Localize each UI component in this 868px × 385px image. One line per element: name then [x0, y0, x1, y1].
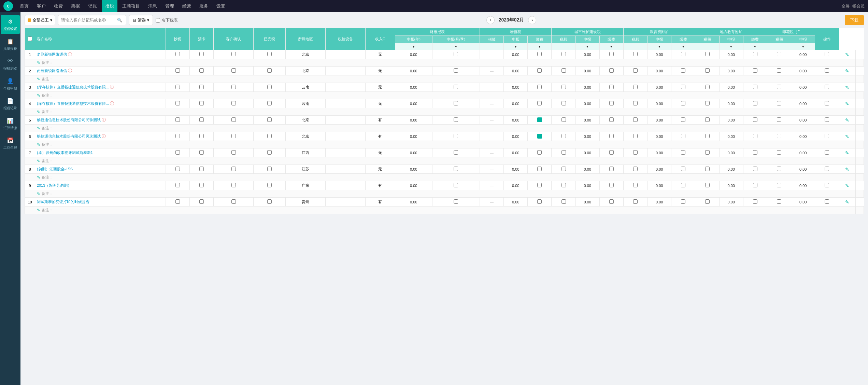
stamp-declare-checkbox[interactable] [825, 117, 829, 122]
local-edu-pay-checkbox[interactable] [777, 101, 781, 105]
row-qingka[interactable] [189, 181, 213, 190]
vat-pay-checkbox[interactable] [561, 85, 566, 89]
edit-icon[interactable]: ✎ [845, 167, 849, 172]
member-button[interactable]: 畅会员 [852, 3, 865, 9]
row-vat-declare[interactable] [528, 116, 552, 125]
sub2-finance-month-filter[interactable]: ▾ [432, 43, 480, 50]
row-edu-declare[interactable] [671, 165, 695, 174]
chaoshu-checkbox[interactable] [175, 167, 180, 171]
row-paid[interactable] [254, 148, 286, 157]
row-edu-declare[interactable] [671, 67, 695, 75]
row-stamp-declare[interactable] [815, 165, 839, 174]
edu-declare-checkbox[interactable] [681, 134, 685, 138]
confirm-checkbox[interactable] [231, 68, 236, 73]
paid-checkbox[interactable] [267, 150, 272, 155]
row-operation[interactable]: ✎ [839, 99, 856, 108]
row-local-edu-declare[interactable] [743, 198, 767, 206]
vat-pay-checkbox[interactable] [561, 183, 566, 187]
row-edu-pay[interactable] [695, 67, 719, 75]
row-local-edu-pay[interactable] [767, 181, 791, 190]
finance-year-checkbox[interactable] [454, 199, 458, 204]
row-local-edu-declare[interactable] [743, 50, 767, 59]
row-paid[interactable] [254, 83, 286, 92]
row-customer-name[interactable]: (原）误删勿改李艳牙测试斯泰新1 [35, 148, 166, 157]
sub2-city-pay-filter[interactable]: ▾ [599, 43, 623, 50]
local-edu-declare-checkbox[interactable] [753, 101, 757, 105]
chaoshu-checkbox[interactable] [175, 68, 180, 73]
edit-icon[interactable]: ✎ [845, 52, 849, 57]
row-stamp-declare[interactable] [815, 132, 839, 141]
local-edu-declare-checkbox[interactable] [753, 150, 757, 155]
row-local-edu-pay[interactable] [767, 116, 791, 125]
row-chaoshu[interactable] [166, 181, 189, 190]
row-city-pay[interactable] [623, 67, 647, 75]
paid-checkbox[interactable] [267, 85, 272, 89]
edit-icon[interactable]: ✎ [845, 101, 849, 106]
paid-checkbox[interactable] [267, 68, 272, 73]
row-local-edu-declare[interactable] [743, 165, 767, 174]
row-vat-checkbox[interactable] [537, 150, 542, 155]
row-finance-year[interactable] [432, 132, 480, 141]
prev-month-button[interactable]: ‹ [486, 16, 495, 24]
row-vat-declare[interactable] [528, 181, 552, 190]
row-vat-declare[interactable] [528, 165, 552, 174]
edu-pay-checkbox[interactable] [705, 167, 710, 171]
row-customer-name[interactable]: 勿删新锐网络通信 ⓘ [35, 50, 166, 59]
row-vat-pay[interactable] [552, 181, 575, 190]
confirm-checkbox[interactable] [231, 85, 236, 89]
local-edu-declare-checkbox[interactable] [753, 85, 757, 89]
row-chaoshu[interactable] [166, 116, 189, 125]
row-vat-checkbox[interactable] [537, 183, 542, 187]
row-stamp-declare[interactable] [815, 67, 839, 75]
finance-year-checkbox[interactable] [454, 150, 458, 155]
row-vat-declare[interactable] [528, 83, 552, 92]
row-local-edu-declare[interactable] [743, 83, 767, 92]
row-chaoshu[interactable] [166, 50, 189, 59]
note-edit-icon[interactable]: ✎ [37, 93, 40, 98]
edit-icon[interactable]: ✎ [845, 183, 849, 188]
local-edu-pay-checkbox[interactable] [777, 117, 781, 122]
city-declare-checkbox[interactable] [609, 167, 614, 171]
city-declare-checkbox[interactable] [609, 183, 614, 187]
row-city-declare[interactable] [599, 132, 623, 141]
row-vat-pay[interactable] [552, 198, 575, 206]
vat-checked-icon[interactable] [537, 134, 542, 139]
row-city-pay[interactable] [623, 99, 647, 108]
note-cell[interactable]: ✎ 备注： [35, 108, 856, 116]
qingka-checkbox[interactable] [199, 101, 204, 105]
note-edit-icon[interactable]: ✎ [37, 60, 40, 65]
local-edu-pay-checkbox[interactable] [777, 150, 781, 155]
row-edu-declare[interactable] [671, 50, 695, 59]
sub2-edu-declare-filter[interactable]: ▾ [648, 43, 671, 50]
chaoshu-checkbox[interactable] [175, 85, 180, 89]
row-edu-pay[interactable] [695, 50, 719, 59]
qingka-checkbox[interactable] [199, 199, 204, 204]
confirm-checkbox[interactable] [231, 150, 236, 155]
row-paid[interactable] [254, 116, 286, 125]
city-declare-checkbox[interactable] [609, 85, 614, 89]
sub2-local-edu-declare-filter[interactable]: ▾ [719, 43, 743, 50]
stamp-declare-checkbox[interactable] [825, 134, 829, 138]
row-vat-declare[interactable] [528, 132, 552, 141]
row-customer-name[interactable]: 畅捷通信息技术股份有限公司民珠测试 ⓘ [35, 116, 166, 125]
fullscreen-button[interactable]: 全屏 [841, 3, 850, 9]
edit-icon[interactable]: ✎ [845, 199, 849, 205]
row-qingka[interactable] [189, 165, 213, 174]
local-edu-declare-checkbox[interactable] [753, 52, 757, 56]
row-qingka[interactable] [189, 83, 213, 92]
nav-tax[interactable]: 报税 [102, 0, 117, 12]
edu-pay-checkbox[interactable] [705, 68, 710, 73]
city-pay-checkbox[interactable] [633, 134, 638, 138]
vat-pay-checkbox[interactable] [561, 117, 566, 122]
note-cell[interactable]: ✎ 备注： [35, 206, 856, 214]
row-city-pay[interactable] [623, 148, 647, 157]
nav-invoice[interactable]: 票据 [68, 0, 83, 12]
note-cell[interactable]: ✎ 备注： [35, 157, 856, 165]
note-cell[interactable]: ✎ 备注： [35, 141, 856, 148]
chaoshu-checkbox[interactable] [175, 150, 180, 155]
sidebar-item-tax-settings[interactable]: ⚙ 报税设置 [1, 15, 20, 34]
row-stamp-declare[interactable] [815, 148, 839, 157]
city-pay-checkbox[interactable] [633, 117, 638, 122]
row-city-pay[interactable] [623, 165, 647, 174]
row-operation[interactable]: ✎ [839, 165, 856, 174]
